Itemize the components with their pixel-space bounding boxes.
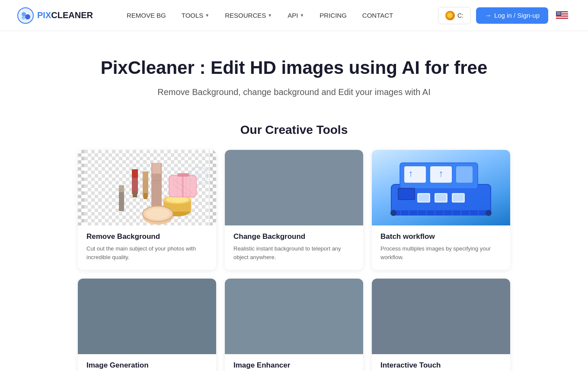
svg-point-2 [25,14,30,19]
svg-point-62 [195,172,202,179]
change-bg-placeholder [225,150,363,225]
header-right: 🪙 C: → Log in / Sign-up [438,7,571,24]
flag-icon [556,11,568,20]
tool-image-enhancer [225,279,363,354]
tool-info-interactive: Interactive Touch Remove background of y… [372,354,510,371]
svg-point-11 [557,12,558,12]
tool-image-change-bg [225,150,363,225]
svg-point-1 [22,12,26,16]
svg-text:↑: ↑ [409,168,413,179]
svg-point-21 [558,13,559,14]
resources-chevron-icon: ▼ [268,13,272,18]
tool-info-image-gen: Image Generation Generate high-resolutio… [78,354,216,371]
tool-desc-change-bg: Realistic instant background to teleport… [233,244,355,261]
svg-point-22 [559,13,559,14]
svg-point-26 [559,14,559,15]
tool-name-batch: Batch workflow [380,232,502,241]
svg-rect-64 [119,185,124,192]
cosmetics-scene [78,150,216,225]
tool-card-interactive[interactable]: Interactive Touch Remove background of y… [372,279,510,371]
svg-rect-94 [453,194,463,201]
tool-info-enhancer: Image Enhancer Enhance your images and b… [225,354,363,371]
logo-text: PIXCLEANER [37,10,93,20]
svg-rect-37 [143,171,148,179]
svg-point-24 [557,14,557,15]
language-button[interactable] [553,9,571,22]
login-button[interactable]: → Log in / Sign-up [476,7,548,24]
svg-point-10 [556,12,557,12]
login-icon: → [485,12,492,19]
svg-rect-82 [443,211,444,215]
main-content: PixCleaner : Edit HD images using AI for… [0,31,588,371]
svg-rect-35 [133,191,137,197]
svg-point-20 [557,13,558,14]
tool-info-remove-bg: Remove Background Cut out the main subje… [78,225,216,270]
batch-machine-svg: ↑ ↑ [372,150,510,225]
credits-button[interactable]: 🪙 C: [438,7,471,24]
logo[interactable]: PIXCLEANER [17,7,93,24]
svg-point-17 [559,13,559,13]
svg-rect-83 [452,211,453,215]
svg-rect-71 [456,166,473,183]
credits-label: C: [457,12,463,19]
svg-point-13 [559,12,559,12]
svg-point-23 [560,13,560,14]
tool-image-gen [78,279,216,354]
svg-rect-86 [478,211,479,215]
section-title: Our Creative Tools [17,123,571,137]
nav-resources[interactable]: RESOURCES ▼ [217,0,280,31]
svg-point-15 [557,13,557,13]
batch-bg: ↑ ↑ [372,150,510,225]
tool-card-image-gen[interactable]: Image Generation Generate high-resolutio… [78,279,216,371]
api-chevron-icon: ▼ [300,13,304,18]
enhancer-placeholder [225,279,363,354]
coin-icon: 🪙 [445,11,455,20]
nav-pricing[interactable]: PRICING [312,0,355,31]
svg-rect-34 [132,169,138,178]
tool-card-enhancer[interactable]: Image Enhancer Enhance your images and b… [225,279,363,371]
tool-name-remove-bg: Remove Background [86,232,208,241]
svg-rect-8 [556,19,568,20]
svg-point-16 [558,13,558,13]
tool-name-image-gen: Image Generation [86,361,208,370]
interactive-placeholder [372,279,510,354]
tool-card-change-bg[interactable]: Change Background Realistic instant back… [225,150,363,270]
logo-icon [17,7,34,24]
tool-name-interactive: Interactive Touch [380,361,502,370]
svg-point-18 [559,13,560,13]
tool-image-remove-bg [78,150,216,225]
svg-rect-75 [399,189,414,199]
svg-rect-43 [153,184,160,184]
svg-rect-93 [436,194,446,201]
header: PIXCLEANER REMOVE BG TOOLS ▼ RESOURCES ▼… [0,0,588,31]
svg-point-87 [390,210,396,216]
svg-rect-81 [435,211,435,215]
svg-rect-80 [426,211,427,215]
nav-tools[interactable]: TOOLS ▼ [174,0,217,31]
tools-chevron-icon: ▼ [205,13,209,18]
login-label: Log in / Sign-up [494,12,540,19]
svg-rect-41 [152,163,161,174]
tool-image-interactive [372,279,510,354]
image-gen-placeholder [78,279,216,354]
tool-card-remove-bg[interactable]: Remove Background Cut out the main subje… [78,150,216,270]
tool-desc-batch: Process multiples images by specifying y… [380,244,502,261]
svg-rect-38 [144,193,147,199]
nav-remove-bg[interactable]: REMOVE BG [119,0,174,31]
nav-contact[interactable]: CONTACT [355,0,401,31]
tool-desc-remove-bg: Cut out the main subject of your photos … [86,244,208,261]
tool-card-batch[interactable]: ↑ ↑ [372,150,510,270]
hero-title: PixCleaner : Edit HD images using AI for… [17,57,571,79]
svg-rect-79 [417,211,418,215]
main-nav: REMOVE BG TOOLS ▼ RESOURCES ▼ API ▼ PRIC… [119,0,438,31]
svg-point-14 [560,12,560,12]
svg-rect-92 [419,194,429,201]
svg-text:↑: ↑ [439,168,444,179]
svg-point-3 [22,16,25,19]
nav-api[interactable]: API ▼ [280,0,312,31]
svg-rect-85 [469,211,470,215]
tool-info-change-bg: Change Background Realistic instant back… [225,225,363,270]
svg-point-88 [486,210,492,216]
svg-point-25 [558,14,558,15]
tool-image-batch: ↑ ↑ [372,150,510,225]
